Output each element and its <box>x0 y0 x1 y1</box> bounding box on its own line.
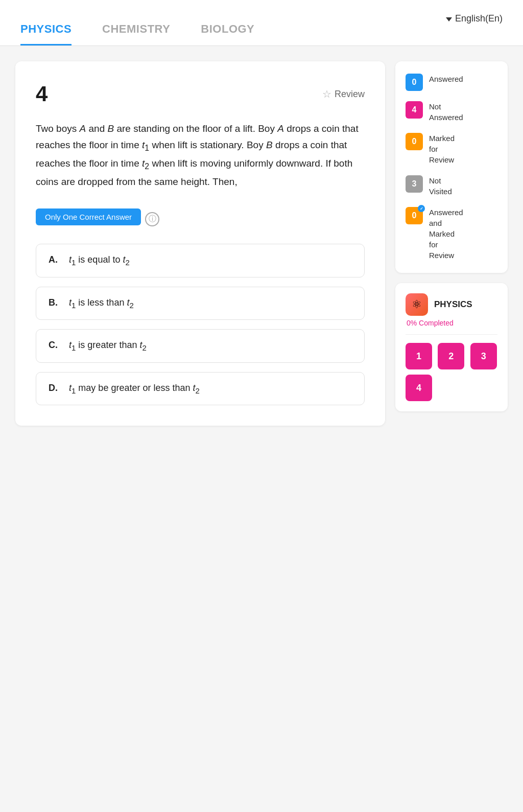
option-a-text: t1 is equal to t2 <box>69 254 352 267</box>
divider <box>406 334 497 335</box>
option-c-text: t1 is greater than t2 <box>69 340 352 352</box>
answered-badge: 0 <box>406 74 423 91</box>
answered-marked-label: AnsweredandMarkedforReview <box>429 207 463 261</box>
status-not-answered: 4 NotAnswered <box>406 101 497 123</box>
tab-chemistry[interactable]: CHEMISTRY <box>102 22 170 45</box>
not-visited-badge: 3 <box>406 175 423 193</box>
marked-badge: 0 <box>406 133 423 150</box>
question-panel: 4 ☆ Review Two boys A and B are standing… <box>15 61 385 426</box>
language-selector[interactable]: English(En) <box>446 13 503 32</box>
option-d[interactable]: D. t1 may be greater or less than t2 <box>36 372 365 406</box>
question-text: Two boys A and B are standing on the flo… <box>36 121 365 190</box>
tab-physics[interactable]: PHYSICS <box>20 22 72 45</box>
question-number: 4 <box>36 82 47 106</box>
question-num-4[interactable]: 4 <box>406 375 432 401</box>
review-button[interactable]: ☆ Review <box>322 88 365 100</box>
status-card: 0 Answered 4 NotAnswered 0 MarkedforRevi… <box>395 61 508 273</box>
subject-card: ⚛ PHYSICS 0% Completed 1 2 3 4 <box>395 283 508 411</box>
question-num-3[interactable]: 3 <box>470 343 497 369</box>
option-a[interactable]: A. t1 is equal to t2 <box>36 244 365 277</box>
answered-label: Answered <box>429 74 463 84</box>
chevron-down-icon <box>446 17 452 21</box>
subject-header: ⚛ PHYSICS <box>406 293 497 316</box>
question-num-1[interactable]: 1 <box>406 343 432 369</box>
answered-marked-badge: 0 ✓ <box>406 207 423 224</box>
options-list: A. t1 is equal to t2 B. t1 is less than … <box>36 244 365 405</box>
option-d-text: t1 may be greater or less than t2 <box>69 383 352 395</box>
not-answered-badge: 4 <box>406 101 423 119</box>
option-c-label: C. <box>49 340 61 351</box>
subject-progress: 0% Completed <box>406 319 497 327</box>
question-grid: 1 2 3 4 <box>406 343 497 401</box>
subject-name: PHYSICS <box>434 299 472 310</box>
sidebar: 0 Answered 4 NotAnswered 0 MarkedforRevi… <box>395 61 508 426</box>
tab-bar: PHYSICS CHEMISTRY BIOLOGY <box>20 0 254 45</box>
option-b-label: B. <box>49 297 61 308</box>
not-visited-label: NotVisited <box>429 175 452 197</box>
status-answered: 0 Answered <box>406 74 497 91</box>
option-b-text: t1 is less than t2 <box>69 297 352 310</box>
marked-label: MarkedforReview <box>429 133 455 165</box>
badge-row: Only One Correct Answer ⓘ <box>36 208 365 229</box>
option-b[interactable]: B. t1 is less than t2 <box>36 287 365 320</box>
option-a-label: A. <box>49 254 61 265</box>
status-not-visited: 3 NotVisited <box>406 175 497 197</box>
option-d-label: D. <box>49 383 61 393</box>
check-mark-icon: ✓ <box>418 205 425 212</box>
main-content: 4 ☆ Review Two boys A and B are standing… <box>0 46 523 441</box>
info-icon[interactable]: ⓘ <box>145 212 159 226</box>
question-header: 4 ☆ Review <box>36 82 365 106</box>
subject-icon: ⚛ <box>406 293 428 316</box>
option-c[interactable]: C. t1 is greater than t2 <box>36 329 365 363</box>
status-marked: 0 MarkedforReview <box>406 133 497 165</box>
answer-type-badge[interactable]: Only One Correct Answer <box>36 208 141 225</box>
not-answered-label: NotAnswered <box>429 101 463 123</box>
tab-biology[interactable]: BIOLOGY <box>201 22 254 45</box>
star-icon: ☆ <box>322 88 331 100</box>
header: PHYSICS CHEMISTRY BIOLOGY English(En) <box>0 0 523 46</box>
status-answered-marked: 0 ✓ AnsweredandMarkedforReview <box>406 207 497 261</box>
question-num-2[interactable]: 2 <box>438 343 464 369</box>
